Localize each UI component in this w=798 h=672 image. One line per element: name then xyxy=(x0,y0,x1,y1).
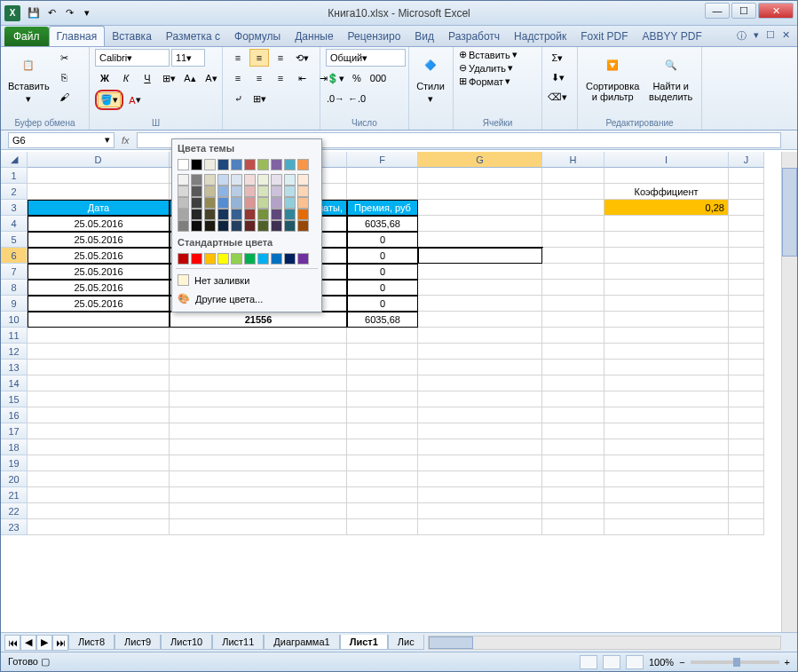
cell[interactable] xyxy=(170,328,347,344)
cell[interactable] xyxy=(604,280,729,296)
cell[interactable] xyxy=(542,407,604,423)
color-swatch[interactable] xyxy=(257,174,269,186)
cell[interactable] xyxy=(170,391,347,407)
cell[interactable] xyxy=(418,439,542,455)
cell[interactable]: 25.05.2016 xyxy=(28,280,170,296)
row-header[interactable]: 20 xyxy=(1,471,28,487)
color-swatch[interactable] xyxy=(257,186,269,197)
cell[interactable] xyxy=(418,216,542,232)
format-cells-button[interactable]: ⊞ Формат ▾ xyxy=(459,75,510,87)
cell[interactable] xyxy=(542,360,604,376)
cell[interactable] xyxy=(170,407,347,423)
color-swatch[interactable] xyxy=(284,209,296,220)
chevron-down-icon[interactable]: ▾ xyxy=(105,134,110,146)
cell[interactable] xyxy=(347,503,418,519)
align-right-button[interactable]: ≡ xyxy=(271,69,290,87)
cell[interactable] xyxy=(418,232,542,248)
color-swatch[interactable] xyxy=(204,220,216,232)
cell[interactable] xyxy=(729,391,764,407)
cell[interactable] xyxy=(542,344,604,360)
tab-addins[interactable]: Надстройк xyxy=(507,27,573,46)
styles-button[interactable]: 🔷 Стили ▾ xyxy=(415,49,446,107)
cell[interactable] xyxy=(418,264,542,280)
cell[interactable]: 25.05.2016 xyxy=(28,296,170,312)
cell[interactable] xyxy=(347,360,418,376)
increase-decimal-button[interactable]: .0→ xyxy=(326,90,345,107)
select-all-corner[interactable]: ◢ xyxy=(1,152,28,168)
cut-button[interactable]: ✂ xyxy=(55,49,75,67)
cell[interactable] xyxy=(604,296,729,312)
color-swatch[interactable] xyxy=(257,159,269,170)
color-swatch[interactable] xyxy=(297,253,309,265)
color-swatch[interactable] xyxy=(284,197,296,209)
color-swatch[interactable] xyxy=(271,220,282,232)
cell[interactable] xyxy=(729,168,764,184)
row-header[interactable]: 3 xyxy=(1,200,28,216)
row-header[interactable]: 8 xyxy=(1,280,28,296)
cell[interactable] xyxy=(418,503,542,519)
page-break-view-button[interactable] xyxy=(626,655,644,669)
cell[interactable] xyxy=(729,376,764,391)
row-header[interactable]: 2 xyxy=(1,184,28,200)
color-swatch[interactable] xyxy=(217,220,229,232)
cell[interactable] xyxy=(170,487,347,503)
cell[interactable] xyxy=(28,503,170,519)
cell[interactable] xyxy=(604,423,729,439)
fx-icon[interactable]: fx xyxy=(122,135,130,146)
color-swatch[interactable] xyxy=(244,197,256,209)
cell[interactable] xyxy=(604,312,729,328)
color-swatch[interactable] xyxy=(244,209,256,220)
row-header[interactable]: 23 xyxy=(1,519,28,535)
color-swatch[interactable] xyxy=(191,159,202,170)
cell[interactable] xyxy=(28,407,170,423)
tab-formulas[interactable]: Формулы xyxy=(227,27,288,46)
cell[interactable] xyxy=(604,407,729,423)
cell[interactable] xyxy=(729,296,764,312)
row-header[interactable]: 22 xyxy=(1,503,28,519)
cell[interactable] xyxy=(347,376,418,391)
cell[interactable]: Дата xyxy=(28,200,170,216)
close-workbook-icon[interactable]: ✕ xyxy=(782,29,790,43)
cell[interactable] xyxy=(418,519,542,535)
cell[interactable] xyxy=(28,184,170,200)
color-swatch[interactable] xyxy=(217,174,229,186)
cell[interactable] xyxy=(542,503,604,519)
color-swatch[interactable] xyxy=(204,159,216,170)
color-swatch[interactable] xyxy=(231,159,242,170)
shrink-font-button[interactable]: A▾ xyxy=(201,69,221,87)
color-swatch[interactable] xyxy=(231,174,242,186)
cell[interactable] xyxy=(347,471,418,487)
cell[interactable] xyxy=(170,519,347,535)
cell[interactable] xyxy=(729,503,764,519)
sheet-tab[interactable]: Лис xyxy=(388,635,424,650)
cell[interactable] xyxy=(729,360,764,376)
insert-cells-button[interactable]: ⊕ Вставить ▾ xyxy=(459,49,518,60)
cell[interactable] xyxy=(604,328,729,344)
color-swatch[interactable] xyxy=(284,186,296,197)
orientation-button[interactable]: ⟲▾ xyxy=(292,49,312,67)
cell[interactable] xyxy=(542,423,604,439)
cell[interactable]: 0 xyxy=(347,248,418,264)
hscroll-thumb[interactable] xyxy=(429,636,473,649)
cell[interactable] xyxy=(729,232,764,248)
format-painter-button[interactable]: 🖌 xyxy=(55,88,75,106)
cell[interactable] xyxy=(729,471,764,487)
row-header[interactable]: 11 xyxy=(1,328,28,344)
cell[interactable]: 0 xyxy=(347,232,418,248)
row-header[interactable]: 16 xyxy=(1,407,28,423)
color-swatch[interactable] xyxy=(178,159,189,170)
color-swatch[interactable] xyxy=(284,220,296,232)
cell[interactable] xyxy=(418,471,542,487)
row-header[interactable]: 7 xyxy=(1,264,28,280)
find-select-button[interactable]: 🔍 Найти и выделить xyxy=(645,49,696,104)
cell[interactable]: 25.05.2016 xyxy=(28,248,170,264)
cell[interactable] xyxy=(28,487,170,503)
cell[interactable] xyxy=(729,344,764,360)
cell[interactable] xyxy=(418,312,542,328)
sheet-nav-first[interactable]: ⏮ xyxy=(4,635,20,651)
cell[interactable] xyxy=(418,423,542,439)
zoom-level[interactable]: 100% xyxy=(649,657,674,668)
color-swatch[interactable] xyxy=(217,197,229,209)
cell[interactable] xyxy=(604,168,729,184)
align-center-button[interactable]: ≡ xyxy=(249,69,269,87)
